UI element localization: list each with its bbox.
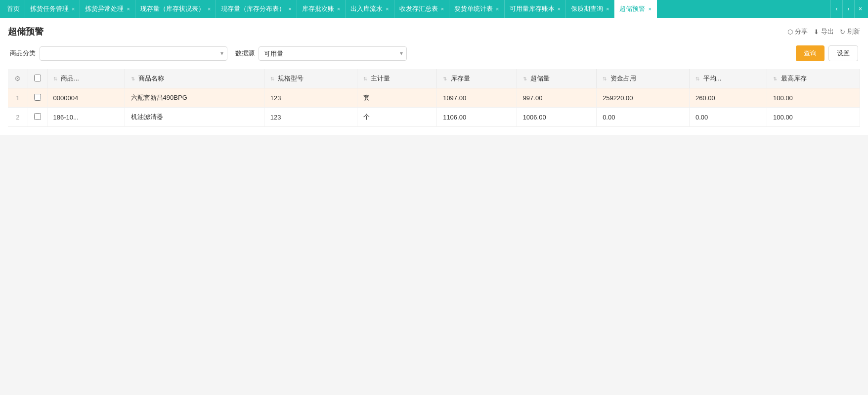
close-icon[interactable]: × (337, 6, 340, 12)
row-overflow: 1006.00 (517, 108, 596, 127)
close-icon[interactable]: × (441, 6, 444, 12)
sort-icon[interactable]: ⇅ (363, 76, 367, 81)
table-row: 2 186-10... 机油滤清器 123 个 1106.00 1006.00 … (8, 108, 860, 127)
th-avg: ⇅ 平均... (689, 69, 767, 88)
row-checkbox[interactable] (34, 113, 41, 120)
row-product-name: 机油滤清器 (125, 108, 264, 127)
refresh-button[interactable]: ↻ 刷新 (840, 27, 860, 36)
share-button[interactable]: ⬡ 分享 (787, 27, 808, 36)
row-checkbox[interactable] (34, 94, 41, 101)
table-row: 1 0000004 六配套新昌490BPG 123 套 1097.00 997.… (8, 88, 860, 108)
sort-icon[interactable]: ⇅ (695, 76, 699, 81)
table-header: ⚙ ⇅ 商品... ⇅ 商品名称 ⇅ 规格型号 ⇅ (8, 69, 860, 88)
th-unit: ⇅ 主计量 (357, 69, 436, 88)
th-product-code: ⇅ 商品... (47, 69, 125, 88)
row-checkbox-cell (28, 108, 47, 127)
page-header: 超储预警 ⬡ 分享 ⬇ 导出 ↻ 刷新 (8, 26, 860, 38)
row-spec: 123 (264, 108, 357, 127)
row-avg: 260.00 (689, 88, 767, 108)
category-select[interactable] (40, 46, 227, 61)
th-product-name: ⇅ 商品名称 (125, 69, 264, 88)
nav-item-stock-dist[interactable]: 现存量（库存分布表） × (216, 0, 297, 18)
nav-item-task[interactable]: 拣货任务管理 × (25, 0, 80, 18)
th-stock: ⇅ 库存量 (437, 69, 517, 88)
table-body: 1 0000004 六配套新昌490BPG 123 套 1097.00 997.… (8, 88, 860, 127)
nav-item-summary[interactable]: 收发存汇总表 × (394, 0, 449, 18)
select-all-checkbox[interactable] (34, 75, 41, 81)
close-icon[interactable]: × (127, 6, 130, 12)
page-title: 超储预警 (8, 26, 43, 38)
row-checkbox-cell (28, 88, 47, 108)
row-stock: 1097.00 (437, 88, 517, 108)
gear-icon[interactable]: ⚙ (14, 75, 21, 82)
sort-icon[interactable]: ⇅ (131, 76, 135, 81)
nav-arrows: ‹ › × (830, 0, 866, 18)
header-actions: ⬡ 分享 ⬇ 导出 ↻ 刷新 (787, 27, 860, 36)
row-avg: 0.00 (689, 108, 767, 127)
refresh-icon: ↻ (840, 28, 845, 36)
close-icon[interactable]: × (496, 6, 499, 12)
row-unit: 个 (357, 108, 436, 127)
row-max-stock: 100.00 (767, 108, 860, 127)
nav-item-expiry[interactable]: 保质期查询 × (566, 0, 614, 18)
nav-item-stock-status[interactable]: 现存量（库存状况表） × (135, 0, 216, 18)
top-navigation: 首页 拣货任务管理 × 拣货异常处理 × 现存量（库存状况表） × 现存量（库存… (0, 0, 868, 18)
th-overflow: ⇅ 超储量 (517, 69, 596, 88)
row-spec: 123 (264, 88, 357, 108)
datasource-label: 数据源 (235, 49, 255, 58)
share-icon: ⬡ (787, 28, 793, 36)
category-select-wrapper: ▾ (40, 46, 227, 61)
row-overflow: 997.00 (517, 88, 596, 108)
nav-right-arrow[interactable]: › (842, 0, 854, 18)
sort-icon[interactable]: ⇅ (773, 76, 777, 81)
close-icon[interactable]: × (558, 6, 561, 12)
row-index: 2 (8, 108, 28, 127)
row-product-code: 186-10... (47, 108, 125, 127)
nav-item-overstock[interactable]: 超储预警 × (614, 0, 656, 18)
nav-left-arrow[interactable]: ‹ (830, 0, 842, 18)
datasource-select-wrapper: 可用量 ▾ (259, 46, 407, 61)
nav-close-arrow[interactable]: × (854, 0, 866, 18)
sort-icon[interactable]: ⇅ (270, 76, 274, 81)
close-icon[interactable]: × (72, 6, 75, 12)
data-table: ⚙ ⇅ 商品... ⇅ 商品名称 ⇅ 规格型号 ⇅ (8, 69, 860, 127)
th-gear: ⚙ (8, 69, 28, 88)
th-checkbox (28, 69, 47, 88)
row-index: 1 (8, 88, 28, 108)
nav-item-home[interactable]: 首页 (2, 0, 25, 18)
export-button[interactable]: ⬇ 导出 (814, 27, 834, 36)
th-spec: ⇅ 规格型号 (264, 69, 357, 88)
close-icon[interactable]: × (648, 6, 651, 12)
category-label: 商品分类 (10, 49, 36, 58)
query-button[interactable]: 查询 (796, 45, 825, 61)
row-product-name: 六配套新昌490BPG (125, 88, 264, 108)
export-icon: ⬇ (814, 28, 819, 36)
close-icon[interactable]: × (288, 6, 291, 12)
sort-icon[interactable]: ⇅ (603, 76, 607, 81)
datasource-select[interactable]: 可用量 (259, 46, 407, 61)
sort-icon[interactable]: ⇅ (53, 76, 57, 81)
filter-bar: 商品分类 ▾ 数据源 可用量 ▾ 查询 设置 (8, 45, 860, 61)
close-icon[interactable]: × (606, 6, 609, 12)
page-container: 超储预警 ⬡ 分享 ⬇ 导出 ↻ 刷新 商品分类 ▾ (0, 18, 868, 135)
nav-item-batch[interactable]: 库存批次账 × (297, 0, 346, 18)
th-max-stock: ⇅ 最高库存 (767, 69, 860, 88)
nav-item-available[interactable]: 可用量库存账本 × (505, 0, 566, 18)
category-filter: 商品分类 ▾ (10, 46, 227, 61)
row-max-stock: 100.00 (767, 88, 860, 108)
close-icon[interactable]: × (208, 6, 211, 12)
filter-actions: 查询 设置 (796, 45, 858, 61)
nav-item-demand[interactable]: 要货单统计表 × (449, 0, 504, 18)
nav-item-abnormal[interactable]: 拣货异常处理 × (80, 0, 135, 18)
th-capital: ⇅ 资金占用 (597, 69, 690, 88)
close-icon[interactable]: × (386, 6, 389, 12)
nav-item-inout[interactable]: 出入库流水 × (346, 0, 394, 18)
row-stock: 1106.00 (437, 108, 517, 127)
sort-icon[interactable]: ⇅ (523, 76, 527, 81)
sort-icon[interactable]: ⇅ (443, 76, 447, 81)
row-capital: 259220.00 (597, 88, 690, 108)
settings-button[interactable]: 设置 (828, 45, 858, 61)
row-unit: 套 (357, 88, 436, 108)
datasource-filter: 数据源 可用量 ▾ (235, 46, 407, 61)
row-product-code: 0000004 (47, 88, 125, 108)
